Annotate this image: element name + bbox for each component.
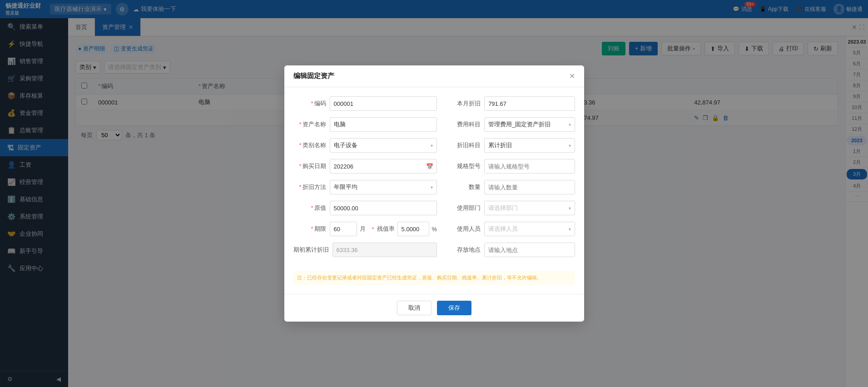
modal-close-btn[interactable]: ✕ xyxy=(569,72,575,80)
cancel-btn[interactable]: 取消 xyxy=(397,301,432,315)
initial-depreciation-input xyxy=(332,243,437,257)
model-input[interactable] xyxy=(484,159,575,174)
form-right: 本月折旧 费用科目 管理费用_固定资产折旧 ▾ 折旧科目 xyxy=(448,96,575,263)
personnel-select[interactable]: 请选择人员 ▾ xyxy=(484,222,575,236)
field-model: 规格型号 xyxy=(448,159,575,174)
edit-asset-modal: 编辑固定资产 ✕ *编码 *资产名称 xyxy=(284,65,584,322)
chevron-down-icon: ▾ xyxy=(431,143,433,148)
field-depreciation-subject: 折旧科目 累计折旧 ▾ xyxy=(448,138,575,153)
field-purchase-date: *购买日期 📅 xyxy=(293,159,437,174)
field-personnel: 使用人员 请选择人员 ▾ xyxy=(448,222,575,236)
expense-subject-select[interactable]: 管理费用_固定资产折旧 ▾ xyxy=(484,117,575,132)
modal-title: 编辑固定资产 xyxy=(293,72,334,80)
quantity-input[interactable] xyxy=(484,180,575,194)
field-department: 使用部门 请选择部门 ▾ xyxy=(448,201,575,215)
category-select[interactable]: 电子设备 ▾ xyxy=(330,138,437,153)
field-code: *编码 xyxy=(293,96,437,111)
modal-overlay: 编辑固定资产 ✕ *编码 *资产名称 xyxy=(0,0,868,387)
field-category-name: *类别名称 电子设备 ▾ xyxy=(293,138,437,153)
form-grid: *编码 *资产名称 *类别名称 电子设备 ▾ xyxy=(293,96,575,263)
depreciation-subject-select[interactable]: 累计折旧 ▾ xyxy=(484,138,575,153)
field-period-residual: *期限 月 * 残值率 % xyxy=(293,222,437,236)
asset-name-input[interactable] xyxy=(330,117,437,132)
residual-rate-input[interactable] xyxy=(397,222,429,236)
department-select[interactable]: 请选择部门 ▾ xyxy=(484,201,575,215)
chevron-down-icon: ▾ xyxy=(569,206,571,211)
modal-header: 编辑固定资产 ✕ xyxy=(284,65,584,87)
save-btn[interactable]: 保存 xyxy=(437,301,471,315)
field-asset-name: *资产名称 xyxy=(293,117,437,132)
modal-body: *编码 *资产名称 *类别名称 电子设备 ▾ xyxy=(284,87,584,294)
field-expense-subject: 费用科目 管理费用_固定资产折旧 ▾ xyxy=(448,117,575,132)
purchase-date-input[interactable] xyxy=(330,159,437,174)
field-original-value: *原值 xyxy=(293,201,437,215)
modal-note: 注：已经存在变更记录或者对应固定资产已经生成凭证，原值、购买日期、残值率、累计折… xyxy=(293,271,575,285)
code-input[interactable] xyxy=(330,96,437,111)
monthly-depreciation-input[interactable] xyxy=(484,96,575,111)
depreciation-method-select[interactable]: 年限平均 ▾ xyxy=(330,180,437,194)
period-input[interactable] xyxy=(330,222,357,236)
original-value-input[interactable] xyxy=(330,201,437,215)
calendar-icon[interactable]: 📅 xyxy=(426,163,433,170)
location-input[interactable] xyxy=(484,243,575,257)
modal-footer: 取消 保存 xyxy=(284,294,584,322)
chevron-down-icon: ▾ xyxy=(569,122,571,127)
form-left: *编码 *资产名称 *类别名称 电子设备 ▾ xyxy=(293,96,437,263)
field-depreciation-method: *折旧方法 年限平均 ▾ xyxy=(293,180,437,194)
chevron-down-icon: ▾ xyxy=(569,227,571,232)
field-location: 存放地点 xyxy=(448,243,575,257)
field-initial-depreciation: 期初累计折旧 xyxy=(293,243,437,257)
field-monthly-depreciation: 本月折旧 xyxy=(448,96,575,111)
chevron-down-icon: ▾ xyxy=(431,185,433,190)
chevron-down-icon: ▾ xyxy=(569,143,571,148)
field-quantity: 数量 xyxy=(448,180,575,194)
